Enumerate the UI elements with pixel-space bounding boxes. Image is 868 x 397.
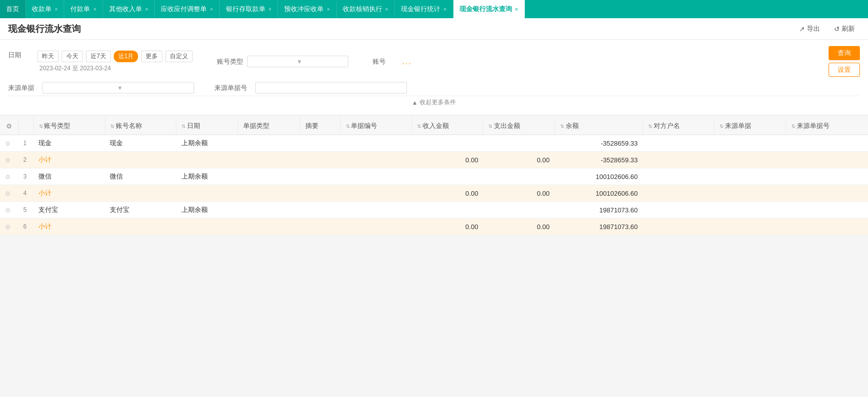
cell-source_bill (714, 135, 786, 152)
col-header-bill_no[interactable]: ⇅ 单据编号 (340, 117, 412, 135)
col-header-date[interactable]: ⇅ 日期 (176, 117, 238, 135)
source-bill-chevron-icon: ▾ (118, 84, 190, 92)
nav-item-cash-bank-flow[interactable]: 现金银行流水查询× (453, 0, 525, 18)
cell-no: 1 (18, 135, 33, 152)
account-type-select[interactable]: ▾ (247, 56, 348, 67)
cell-summary (300, 152, 340, 168)
date-filter-label: 日期 (8, 51, 33, 60)
date-option-7days[interactable]: 近7天 (86, 51, 111, 62)
row-gear-icon[interactable]: ⚙ (5, 157, 11, 164)
gear-settings-icon[interactable]: ⚙ (6, 122, 12, 130)
cell-source_bill_no (786, 168, 868, 185)
collapse-filter-button[interactable]: ▲ 收起更多条件 (8, 96, 860, 109)
date-option-yesterday[interactable]: 昨天 (37, 51, 59, 62)
nav-close-icon[interactable]: × (268, 6, 271, 12)
cell-bill_no (340, 185, 412, 202)
cell-no: 6 (18, 218, 33, 235)
settings-button[interactable]: 设置 (829, 63, 860, 77)
nav-item-cash-bank-stat[interactable]: 现金银行统计× (395, 0, 453, 18)
cell-bill_no (340, 135, 412, 152)
row-gear-icon[interactable]: ⚙ (5, 190, 11, 197)
nav-item-payment[interactable]: 付款单× (64, 0, 103, 18)
row-gear-icon[interactable]: ⚙ (5, 140, 11, 147)
cell-account_type: 小计 (33, 185, 105, 202)
cell-account_type: 微信 (33, 168, 105, 185)
export-icon: ↗ (799, 25, 805, 33)
source-bill-select[interactable]: ▾ (42, 82, 194, 94)
cell-source_bill (714, 152, 786, 168)
nav-item-other-income[interactable]: 其他收入单× (103, 0, 155, 18)
col-header-source_bill_no[interactable]: ⇅ 来源单据号 (786, 117, 868, 135)
col-header-bill_type: 单据类型 (238, 117, 300, 135)
nav-close-icon[interactable]: × (385, 6, 388, 12)
cell-balance: -3528659.33 (555, 152, 643, 168)
cell-summary (300, 185, 340, 202)
nav-close-icon[interactable]: × (210, 6, 213, 12)
cell-bill_no (340, 152, 412, 168)
col-header-counterpart[interactable]: ⇅ 对方户名 (643, 117, 714, 135)
cell-bill_no (340, 202, 412, 218)
cell-income (412, 168, 483, 185)
cell-expense (483, 135, 555, 152)
row-gear-icon[interactable]: ⚙ (5, 224, 11, 231)
nav-close-icon[interactable]: × (93, 6, 96, 12)
cell-expense: 0.00 (483, 218, 555, 235)
nav-item-prepay-offset[interactable]: 预收冲应收单× (278, 0, 336, 18)
header-actions: ↗ 导出 ↺ 刷新 (794, 22, 860, 35)
nav-label: 付款单 (70, 5, 90, 14)
source-bill-no-input[interactable] (255, 82, 407, 94)
col-label: 来源单据 (725, 122, 751, 129)
date-option-today[interactable]: 今天 (62, 51, 83, 62)
col-header-balance[interactable]: ⇅ 余额 (555, 117, 643, 135)
col-header-account_type[interactable]: ⇅ 账号类型 (33, 117, 105, 135)
cell-date: 上期余额 (176, 202, 238, 218)
nav-item-home[interactable]: 首页 (0, 0, 26, 18)
row-gear-icon[interactable]: ⚙ (5, 173, 11, 181)
nav-close-icon[interactable]: × (327, 6, 330, 12)
cell-bill_type (238, 152, 300, 168)
nav-close-icon[interactable]: × (443, 6, 446, 12)
cell-summary (300, 135, 340, 152)
col-header-income[interactable]: ⇅ 收入金额 (412, 117, 483, 135)
cell-expense: 0.00 (483, 152, 555, 168)
date-option-custom[interactable]: 自定义 (165, 51, 193, 62)
col-header-account_name[interactable]: ⇅ 账号名称 (105, 117, 176, 135)
nav-close-icon[interactable]: × (55, 6, 58, 12)
col-header-expense[interactable]: ⇅ 支出金额 (483, 117, 555, 135)
cell-counterpart (643, 168, 714, 185)
filter-row-1: 日期 昨天今天近7天近1月更多自定义 2023-02-24 至 2023-03-… (8, 46, 860, 77)
nav-item-ar-ap-adjust[interactable]: 应收应付调整单× (155, 0, 219, 18)
date-option-more[interactable]: 更多 (141, 51, 162, 62)
nav-item-bank-deposit[interactable]: 银行存取款单× (220, 0, 278, 18)
nav-close-icon[interactable]: × (515, 6, 518, 12)
export-button[interactable]: ↗ 导出 (794, 22, 825, 35)
refresh-button[interactable]: ↺ 刷新 (829, 22, 860, 35)
col-label: 支出金额 (494, 122, 520, 129)
col-label: 日期 (187, 122, 200, 129)
col-header-source_bill[interactable]: ⇅ 来源单据 (714, 117, 786, 135)
row-gear-icon[interactable]: ⚙ (5, 207, 11, 214)
cell-account_name: 微信 (105, 168, 176, 185)
col-label: 账号名称 (116, 122, 142, 129)
cell-source_bill_no (786, 218, 868, 235)
date-option-1month[interactable]: 近1月 (114, 51, 139, 62)
cell-no: 5 (18, 202, 33, 218)
cell-income (412, 202, 483, 218)
query-button[interactable]: 查询 (829, 46, 860, 60)
cell-counterpart (643, 135, 714, 152)
table-body: ⚙1现金现金上期余额-3528659.33⚙2小计0.000.00-352865… (0, 135, 868, 235)
account-dots-button[interactable]: ... (402, 57, 412, 66)
nav-label: 预收冲应收单 (284, 5, 324, 14)
sort-icon: ⇅ (488, 123, 494, 129)
cell-expense (483, 202, 555, 218)
cell-gear: ⚙ (0, 185, 18, 202)
nav-close-icon[interactable]: × (145, 6, 148, 12)
table-header: ⚙⇅ 账号类型⇅ 账号名称⇅ 日期单据类型摘要⇅ 单据编号⇅ 收入金额⇅ 支出金… (0, 117, 868, 135)
table-row: ⚙6小计0.000.0019871073.60 (0, 218, 868, 235)
nav-item-receipt[interactable]: 收款单× (26, 0, 64, 18)
right-action-buttons: 查询 设置 (829, 46, 860, 77)
sort-icon: ⇅ (39, 123, 44, 129)
data-table: ⚙⇅ 账号类型⇅ 账号名称⇅ 日期单据类型摘要⇅ 单据编号⇅ 收入金额⇅ 支出金… (0, 117, 868, 235)
cell-gear: ⚙ (0, 202, 18, 218)
nav-item-receipt-verify[interactable]: 收款核销执行× (337, 0, 395, 18)
